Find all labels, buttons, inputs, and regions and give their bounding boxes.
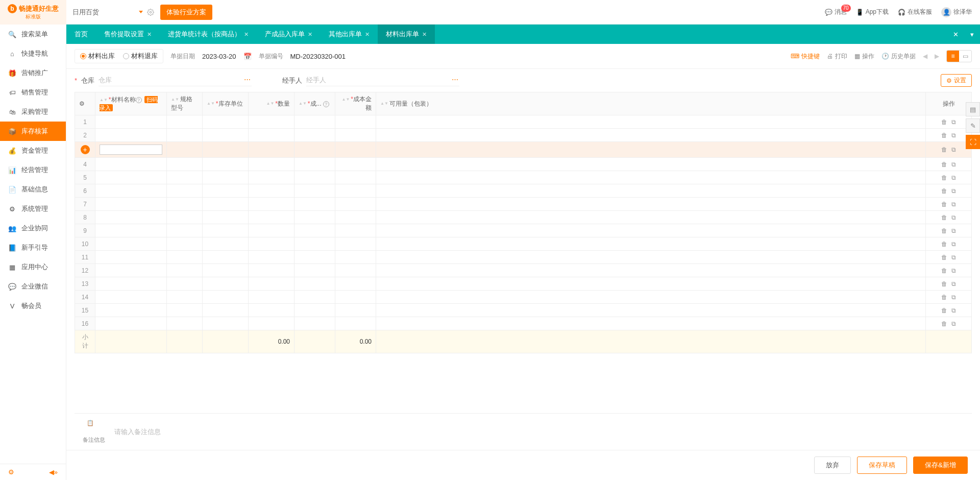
col-qty[interactable]: ▲▼*数量 bbox=[249, 92, 295, 115]
table-row[interactable]: 5 🗑⧉ bbox=[75, 171, 972, 184]
col-spec[interactable]: ▲▼规格型号 bbox=[167, 92, 203, 115]
table-row[interactable]: 1 🗑⧉ bbox=[75, 115, 972, 129]
row-copy-icon[interactable]: ⧉ bbox=[951, 254, 956, 261]
row-copy-icon[interactable]: ⧉ bbox=[951, 146, 956, 153]
remark-input[interactable] bbox=[111, 420, 964, 444]
tab-4[interactable]: 其他出库单✕ bbox=[321, 25, 378, 44]
sidebar-item-10[interactable]: 👥企业协同 bbox=[0, 219, 66, 238]
tab-close-icon[interactable]: ✕ bbox=[422, 31, 427, 38]
row-copy-icon[interactable]: ⧉ bbox=[951, 187, 956, 195]
col-avail[interactable]: ▲▼可用量（包装） bbox=[376, 92, 926, 115]
radio-material-out[interactable]: 材料出库 bbox=[80, 52, 115, 61]
row-delete-icon[interactable]: 🗑 bbox=[941, 146, 947, 153]
col-unit[interactable]: ▲▼*库存单位 bbox=[203, 92, 249, 115]
row-copy-icon[interactable]: ⧉ bbox=[951, 280, 956, 287]
view-list-button[interactable]: ≡ bbox=[947, 51, 959, 62]
save-new-button[interactable]: 保存&新增 bbox=[913, 457, 968, 474]
sidebar-item-1[interactable]: ⌂快捷导航 bbox=[0, 44, 66, 63]
col-material[interactable]: ▲▼*材料名称? 扫码录入 bbox=[95, 92, 167, 115]
warehouse-field[interactable]: * 仓库 仓库⋯ bbox=[75, 75, 252, 86]
add-row-icon[interactable]: + bbox=[81, 145, 90, 154]
table-row[interactable]: 16 🗑⧉ bbox=[75, 317, 972, 330]
view-card-button[interactable]: ▭ bbox=[959, 51, 971, 62]
tab-0[interactable]: 首页 bbox=[66, 25, 96, 44]
radio-material-return[interactable]: 材料退库 bbox=[123, 52, 158, 61]
row-copy-icon[interactable]: ⧉ bbox=[951, 174, 956, 181]
row-delete-icon[interactable]: 🗑 bbox=[941, 320, 947, 327]
col-config[interactable]: ⚙ bbox=[75, 92, 95, 115]
sidebar-item-0[interactable]: 🔍搜索菜单 bbox=[0, 25, 66, 44]
user-menu[interactable]: 👤 徐泽华 bbox=[941, 7, 972, 17]
row-copy-icon[interactable]: ⧉ bbox=[951, 161, 956, 168]
col-cost[interactable]: ▲▼*成... ? bbox=[295, 92, 335, 115]
tab-3[interactable]: 产成品入库单✕ bbox=[257, 25, 321, 44]
sidebar-item-14[interactable]: V畅会员 bbox=[0, 296, 66, 316]
calendar-icon[interactable]: 📅 bbox=[243, 53, 252, 60]
sidebar-item-2[interactable]: 🎁营销推广 bbox=[0, 63, 66, 83]
row-copy-icon[interactable]: ⧉ bbox=[951, 320, 956, 327]
sidebar-settings-icon[interactable]: ⚙ bbox=[8, 468, 14, 476]
handler-field[interactable]: 经手人 经手人⋯ bbox=[282, 75, 459, 86]
workspace-select[interactable]: 日用百货 bbox=[72, 8, 154, 17]
table-row[interactable]: 7 🗑⧉ bbox=[75, 198, 972, 211]
ops-button[interactable]: ▦操作 bbox=[854, 52, 874, 61]
row-delete-icon[interactable]: 🗑 bbox=[941, 187, 947, 195]
shortcut-button[interactable]: ⌨快捷键 bbox=[791, 52, 820, 61]
row-delete-icon[interactable]: 🗑 bbox=[941, 280, 947, 287]
row-delete-icon[interactable]: 🗑 bbox=[941, 118, 947, 126]
row-copy-icon[interactable]: ⧉ bbox=[951, 118, 956, 126]
tab-5[interactable]: 材料出库单✕ bbox=[378, 25, 435, 44]
try-solution-button[interactable]: 体验行业方案 bbox=[160, 5, 212, 20]
row-delete-icon[interactable]: 🗑 bbox=[941, 307, 947, 314]
tab-close-icon[interactable]: ✕ bbox=[308, 31, 312, 38]
messages-button[interactable]: 💬 消息 70 bbox=[825, 8, 847, 16]
side-tool-2[interactable]: ✎ bbox=[966, 118, 980, 133]
sidebar-item-11[interactable]: 📘新手引导 bbox=[0, 238, 66, 257]
prev-button[interactable]: ◀ bbox=[923, 53, 927, 60]
warehouse-picker-icon[interactable]: ⋯ bbox=[244, 76, 252, 85]
row-copy-icon[interactable]: ⧉ bbox=[951, 267, 956, 274]
row-delete-icon[interactable]: 🗑 bbox=[941, 214, 947, 221]
side-tool-3[interactable]: ⛶ bbox=[966, 135, 980, 149]
help-icon[interactable]: ? bbox=[136, 97, 142, 103]
row-copy-icon[interactable]: ⧉ bbox=[951, 214, 956, 221]
table-row[interactable]: 4 🗑⧉ bbox=[75, 158, 972, 171]
sidebar-item-12[interactable]: ▦应用中心 bbox=[0, 257, 66, 277]
tab-2[interactable]: 进货单统计表（按商品）✕ bbox=[160, 25, 257, 44]
sidebar-item-8[interactable]: 📄基础信息 bbox=[0, 180, 66, 199]
row-delete-icon[interactable]: 🗑 bbox=[941, 201, 947, 208]
row-copy-icon[interactable]: ⧉ bbox=[951, 227, 956, 234]
row-delete-icon[interactable]: 🗑 bbox=[941, 267, 947, 274]
row-delete-icon[interactable]: 🗑 bbox=[941, 227, 947, 234]
sidebar-item-13[interactable]: 💬企业微信 bbox=[0, 277, 66, 296]
tab-close-icon[interactable]: ✕ bbox=[365, 31, 370, 38]
row-delete-icon[interactable]: 🗑 bbox=[941, 294, 947, 301]
row-delete-icon[interactable]: 🗑 bbox=[941, 132, 947, 139]
table-row[interactable]: + 🗑⧉ bbox=[75, 142, 972, 158]
col-amount[interactable]: ▲▼*成本金额 bbox=[335, 92, 376, 115]
row-copy-icon[interactable]: ⧉ bbox=[951, 132, 956, 139]
tab-1[interactable]: 售价提取设置✕ bbox=[96, 25, 160, 44]
material-input[interactable] bbox=[100, 145, 162, 155]
row-copy-icon[interactable]: ⧉ bbox=[951, 294, 956, 301]
table-row[interactable]: 11 🗑⧉ bbox=[75, 251, 972, 264]
tab-close-icon[interactable]: ✕ bbox=[244, 31, 249, 38]
tab-close-button[interactable]: ✕ bbox=[947, 25, 964, 44]
sidebar-item-9[interactable]: ⚙系统管理 bbox=[0, 199, 66, 219]
history-button[interactable]: 🕑历史单据 bbox=[881, 52, 916, 61]
row-delete-icon[interactable]: 🗑 bbox=[941, 174, 947, 181]
table-row[interactable]: 14 🗑⧉ bbox=[75, 291, 972, 304]
save-draft-button[interactable]: 保存草稿 bbox=[857, 457, 907, 474]
app-download-button[interactable]: 📱 App下载 bbox=[856, 8, 889, 16]
row-copy-icon[interactable]: ⧉ bbox=[951, 307, 956, 314]
sidebar-item-4[interactable]: 🛍采购管理 bbox=[0, 102, 66, 122]
help-icon[interactable]: ? bbox=[323, 101, 329, 107]
print-button[interactable]: 🖨打印 bbox=[827, 52, 847, 61]
sidebar-item-7[interactable]: 📊经营管理 bbox=[0, 160, 66, 180]
discard-button[interactable]: 放弃 bbox=[814, 457, 851, 474]
table-row[interactable]: 8 🗑⧉ bbox=[75, 211, 972, 224]
table-row[interactable]: 12 🗑⧉ bbox=[75, 264, 972, 277]
sidebar-item-3[interactable]: 🏷销售管理 bbox=[0, 83, 66, 102]
tab-close-icon[interactable]: ✕ bbox=[147, 31, 152, 38]
next-button[interactable]: ▶ bbox=[935, 53, 939, 60]
